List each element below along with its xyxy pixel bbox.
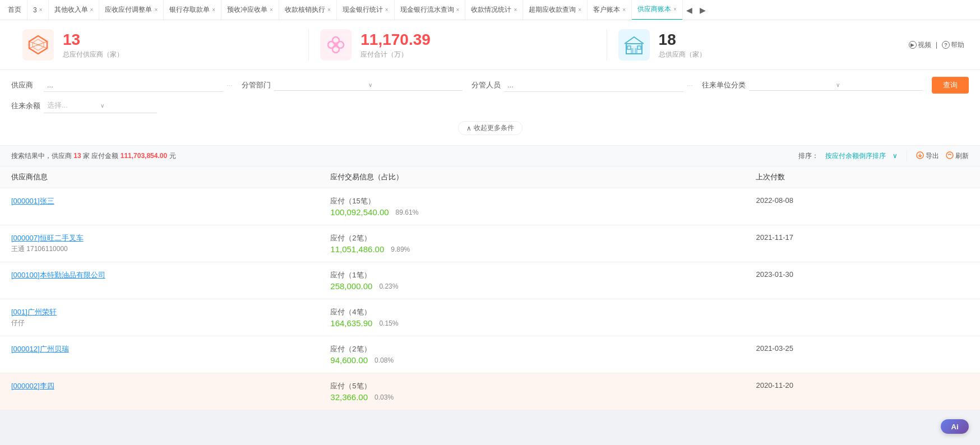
- table-body: [000001]张三 应付（15笔） 100,092,540.00 89.61%…: [0, 188, 980, 410]
- transaction-label-3: 应付（4笔）: [330, 307, 756, 317]
- transaction-amount-1[interactable]: 11,051,486.00: [330, 244, 384, 254]
- supplier-filter-dots: ···: [226, 81, 232, 89]
- nav-tab-prepayment-close[interactable]: ×: [270, 7, 273, 13]
- collapse-row: ∧ 收起更多条件: [11, 118, 969, 138]
- transaction-amount-2[interactable]: 258,000.00: [330, 281, 372, 291]
- supplier-link-4[interactable]: [000012]广州贝瑞: [11, 344, 330, 354]
- person-filter-input[interactable]: [504, 78, 683, 92]
- result-supplier-count: 13: [73, 152, 81, 160]
- transaction-label-4: 应付（2笔）: [330, 344, 756, 354]
- nav-tab-collection-close[interactable]: ×: [327, 7, 331, 13]
- divider-1: [907, 150, 907, 161]
- transaction-pct-3: 0.15%: [379, 319, 398, 327]
- query-button[interactable]: 查询: [932, 77, 969, 94]
- balance-filter-arrow: ∨: [100, 103, 154, 109]
- nav-tab-collection-stat-label: 收款情况统计: [471, 5, 511, 15]
- svg-point-20: [946, 152, 953, 159]
- nav-tab-bank-deposit-close[interactable]: ×: [212, 7, 215, 13]
- nav-prev-arrow[interactable]: ◀: [683, 0, 696, 20]
- collapse-button[interactable]: ∧ 收起更多条件: [458, 121, 523, 135]
- table-row: [000012]广州贝瑞 应付（2笔） 94,600.00 0.08% 2021…: [0, 336, 980, 373]
- data-table: 供应商信息 应付交易信息（占比） 上次付数 [000001]张三 应付（15笔）…: [0, 166, 980, 410]
- transaction-amount-5[interactable]: 32,366.00: [330, 392, 368, 402]
- nav-tab-ar-ap-adjust[interactable]: 应收应付调整单 ×: [99, 0, 164, 20]
- supplier-link-1[interactable]: [000007]恒旺二手叉车: [11, 233, 330, 243]
- last-pay-date-4: 2021-03-25: [756, 344, 793, 353]
- supplier-cell-3: [001]广州荣轩 仔仔: [11, 307, 330, 328]
- nav-tab-cashbank-stat-label: 现金银行统计: [343, 5, 383, 15]
- nav-tab-supplier-ledger-close[interactable]: ×: [673, 6, 677, 12]
- stat-item-suppliers-payable: 13 总应付供应商（家）: [11, 29, 309, 61]
- nav-tab-customer-ledger-close[interactable]: ×: [622, 7, 626, 13]
- nav-tab-home[interactable]: 首页: [2, 0, 27, 20]
- category-filter-select[interactable]: ∨: [749, 80, 923, 91]
- nav-next-arrow[interactable]: ▶: [696, 0, 710, 20]
- nav-tab-3[interactable]: 3 ×: [27, 0, 49, 20]
- transaction-amount-4[interactable]: 94,600.00: [330, 355, 368, 365]
- stat-content-payable-total: 11,170.39 应付合计（万）: [360, 30, 431, 60]
- nav-tab-ar-ap-adjust-close[interactable]: ×: [154, 7, 158, 13]
- supplier-link-5[interactable]: [000002]李四: [11, 381, 330, 391]
- nav-tab-customer-ledger[interactable]: 客户账本 ×: [588, 0, 632, 20]
- stat-number-suppliers-payable: 13: [63, 30, 123, 49]
- lastpay-cell-3: [756, 307, 969, 328]
- table-row: [000002]李四 应付（5笔） 32,366.00 0.03% 2020-1…: [0, 373, 980, 410]
- stat-label-total-suppliers: 总供应商（家）: [659, 50, 706, 59]
- stat-item-total-suppliers: 18 总供应商（家）: [607, 29, 904, 61]
- dept-filter-select[interactable]: ∨: [274, 80, 463, 91]
- sort-arrow-icon: ∨: [893, 152, 898, 160]
- export-icon: [916, 151, 924, 161]
- supplier-link-0[interactable]: [000001]张三: [11, 196, 330, 206]
- transaction-info-5: 应付（5笔） 32,366.00 0.03%: [330, 381, 756, 402]
- right-actions: 排序： 按应付余额倒序排序 ∨ 导出 刷新: [798, 150, 969, 161]
- video-circle-icon: ▶: [909, 41, 917, 49]
- nav-tab-bank-deposit[interactable]: 银行存取款单 ×: [164, 0, 221, 20]
- nav-tab-collection-stat-close[interactable]: ×: [514, 7, 517, 13]
- nav-tab-overdue-ar-close[interactable]: ×: [578, 7, 581, 13]
- stat-icon-flower: [320, 29, 352, 61]
- supplier-cell-1: [000007]恒旺二手叉车 王通 17106110000: [11, 233, 330, 254]
- nav-tab-cashbank-stat[interactable]: 现金银行统计 ×: [337, 0, 395, 20]
- lastpay-cell-2: 2023-01-30: [756, 270, 969, 291]
- supplier-link-3[interactable]: [001]广州荣轩: [11, 307, 330, 317]
- nav-tab-collection-stat[interactable]: 收款情况统计 ×: [465, 0, 523, 20]
- nav-tab-collection[interactable]: 收款核销执行 ×: [279, 0, 337, 20]
- nav-tab-supplier-ledger[interactable]: 供应商账本 ×: [632, 0, 683, 20]
- lastpay-cell-0: 2022-08-08: [756, 196, 969, 217]
- transaction-pct-2: 0.23%: [379, 282, 398, 290]
- nav-tab-prepayment[interactable]: 预收冲应收单 ×: [221, 0, 279, 20]
- transaction-amount-row-2: 258,000.00 0.23%: [330, 281, 756, 291]
- nav-tab-cashbank-flow[interactable]: 现金银行流水查询 ×: [395, 0, 466, 20]
- table-row: [000007]恒旺二手叉车 王通 17106110000 应付（2笔） 11,…: [0, 225, 980, 262]
- balance-filter-select[interactable]: 选择... ∨: [44, 98, 157, 113]
- lastpay-cell-4: 2021-03-25: [756, 344, 969, 365]
- refresh-button[interactable]: 刷新: [946, 151, 969, 161]
- last-pay-date-0: 2022-08-08: [756, 196, 793, 205]
- supplier-filter-input[interactable]: [44, 78, 223, 92]
- result-bar: 搜索结果中，供应商 13 家 应付金额 111,703,854.00 元 排序：…: [0, 146, 980, 166]
- transaction-pct-0: 89.61%: [396, 208, 419, 216]
- stats-bar: 13 总应付供应商（家） 11,170.39 应付合计（万）: [0, 20, 980, 70]
- result-text-prefix: 搜索结果中，供应商: [11, 152, 72, 160]
- supplier-sub-1: 王通 17106110000: [11, 244, 330, 254]
- transaction-amount-0[interactable]: 100,092,540.00: [330, 207, 389, 217]
- nav-tab-overdue-ar[interactable]: 超期应收款查询 ×: [523, 0, 588, 20]
- transaction-amount-row-0: 100,092,540.00 89.61%: [330, 207, 756, 217]
- nav-tab-other-income-close[interactable]: ×: [90, 7, 94, 13]
- transaction-amount-row-4: 94,600.00 0.08%: [330, 355, 756, 365]
- help-link[interactable]: 帮助: [951, 40, 964, 50]
- transaction-amount-3[interactable]: 164,635.90: [330, 318, 372, 328]
- filter-person: 分管人员 ···: [471, 78, 693, 92]
- nav-tab-3-close[interactable]: ×: [39, 7, 43, 13]
- nav-tab-cashbank-flow-close[interactable]: ×: [456, 7, 460, 13]
- balance-filter-label: 往来余额: [11, 101, 40, 111]
- nav-tab-other-income[interactable]: 其他收入单 ×: [49, 0, 100, 20]
- last-pay-date-1: 2021-11-17: [756, 233, 793, 242]
- video-link[interactable]: 视频: [918, 40, 931, 50]
- stat-label-suppliers-payable: 总应付供应商（家）: [63, 50, 123, 59]
- supplier-link-2[interactable]: [000100]本特勤油品有限公司: [11, 270, 330, 280]
- nav-tab-cashbank-stat-close[interactable]: ×: [385, 7, 389, 13]
- stat-item-payable-total: 11,170.39 应付合计（万）: [309, 29, 607, 61]
- export-button[interactable]: 导出: [916, 151, 939, 161]
- sort-value[interactable]: 按应付余额倒序排序: [825, 151, 886, 161]
